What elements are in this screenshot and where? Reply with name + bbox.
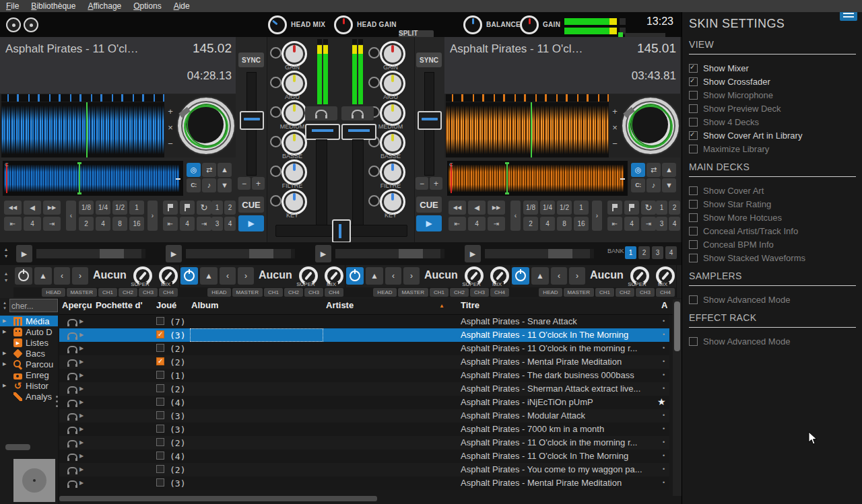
loop-halve-button[interactable]: ‹ [510,201,521,231]
beatloop-size-button[interactable]: 1/2 [112,201,127,215]
play-button[interactable]: ▶ [238,215,264,231]
jump-size-button[interactable]: 4 [468,217,486,231]
jump-back-button[interactable]: ⇤ [449,217,466,231]
skin-option[interactable]: Show Microphone [689,88,856,102]
head-mix-knob[interactable] [268,15,287,34]
channel-assign-button[interactable]: CH3 [470,288,489,297]
sidebar-item[interactable]: ▶ Enreg [0,369,58,380]
table-row[interactable]: ▶ (2) Asphalt Pirates - Mental Pirate Me… [59,355,669,369]
channel-assign-button[interactable]: HEAD [207,288,230,297]
sidebar-item[interactable]: ▶ Auto D [0,326,58,337]
skin-option[interactable]: Show Cover Art [689,184,856,197]
eq-knob[interactable] [281,189,307,215]
eq-knob[interactable] [380,71,405,96]
table-vscrollbar[interactable] [673,299,682,496]
column-title[interactable]: Titre [461,300,479,310]
preview-play-icon[interactable]: ▶ [79,345,84,351]
slip-mode-button[interactable]: C: [187,178,201,192]
preview-headphone-icon[interactable] [67,400,77,406]
album-cell[interactable] [190,476,323,490]
bpm-display[interactable]: 145.01 [637,41,676,56]
prev-effect-button[interactable]: ‹ [385,267,401,285]
album-cell[interactable] [190,328,323,342]
beatjump-back-button[interactable]: ⇤ [607,217,622,231]
channel-assign-button[interactable]: HEAD [42,288,65,297]
album-cell[interactable] [190,449,323,463]
zoom-reset-button[interactable]: × [166,120,175,136]
zoom-in-button[interactable]: + [166,104,175,120]
preview-headphone-icon[interactable] [67,427,77,433]
next-effect-button[interactable]: › [72,267,88,285]
channel-assign-button[interactable]: CH4 [490,288,509,297]
beatloop-size-button[interactable]: 16 [129,217,144,231]
track-title-cell[interactable]: Asphalt Pirates - 11 O'clock in the morn… [461,343,637,353]
album-cell[interactable] [190,315,323,328]
eq-knob[interactable] [380,159,405,185]
sync-button[interactable]: SYNC [416,52,442,67]
sampler-progress-bar[interactable] [335,249,444,258]
table-row[interactable]: ▶ (3) Asphalt Pirates - 7000 km in a mon… [59,423,669,436]
rate-up-button[interactable]: + [430,177,442,190]
eq-knob[interactable] [281,100,307,126]
track-title-cell[interactable]: Asphalt Pirates - 11 O'clock in the morn… [461,437,637,447]
eq-kill-button[interactable] [270,106,281,118]
expander-icon[interactable]: ▶ [3,318,8,324]
option-checkbox[interactable] [689,254,698,262]
channel1-pfl-button[interactable] [305,106,337,120]
eq-knob[interactable] [380,189,405,215]
track-title-cell[interactable]: Asphalt Pirates - Modular Attack [461,410,585,421]
spinny-vinyl-widget[interactable] [176,96,236,155]
hotcue-button[interactable]: 3 [211,217,223,231]
beatjump-back-button[interactable]: ⇤ [163,217,178,231]
jump-forward-button[interactable]: ⇥ [488,217,505,231]
sampler-play-button[interactable]: ▶ [465,245,481,262]
loop-double-button[interactable]: › [147,201,158,231]
channel-assign-button[interactable]: CH1 [430,288,449,297]
effect-power-button[interactable] [512,267,529,285]
channel-assign-button[interactable]: CH3 [139,288,158,297]
eq-knob[interactable] [380,130,405,155]
table-row[interactable]: ▶ (7) Asphalt Pirates - Snare Attack ★ • [59,315,669,328]
menu-item[interactable]: Affichage [81,1,127,11]
zoom-out-button[interactable]: − [166,136,175,152]
played-checkbox[interactable] [156,398,164,406]
cue-button[interactable]: CUE [238,196,264,213]
option-checkbox[interactable] [689,337,698,346]
table-row[interactable]: ▶ (2) Asphalt Pirates - Sherman Attack e… [59,382,669,396]
fx-row-expander[interactable]: ▴ ▾ [1,271,11,285]
channel-assign-button[interactable]: HEAD [539,288,562,297]
zoom-reset-button[interactable]: × [610,120,620,136]
crossfader-handle[interactable] [332,219,351,243]
overview-waveform[interactable]: C [3,161,183,196]
menu-item[interactable]: Options [127,1,167,11]
sampler-progress-bar[interactable] [485,249,594,258]
track-title-cell[interactable]: Asphalt Pirates - Mental Pirate Meditati… [461,478,622,488]
eq-kill-button[interactable] [270,136,281,147]
column-album[interactable]: Album [191,300,218,310]
preview-headphone-icon[interactable] [67,480,77,487]
skin-option[interactable]: Show Mixer [689,61,856,75]
loop-halve-button[interactable]: ‹ [66,201,76,231]
jump-back-button[interactable]: ⇤ [4,217,22,231]
vscrollbar-thumb[interactable] [674,301,680,351]
bank-button[interactable]: 3 [652,246,663,259]
preview-play-icon[interactable]: ▶ [79,399,84,405]
option-checkbox[interactable] [689,91,698,100]
preview-headphone-icon[interactable] [67,386,77,393]
spinny-toggle-button[interactable]: ◎ [631,163,645,177]
jump-forward-button[interactable]: ⇥ [43,217,61,231]
album-cell[interactable] [190,382,323,396]
effect-eject-button[interactable]: ▲ [366,267,383,285]
preview-play-icon[interactable]: ▶ [79,332,84,338]
hotcue-button[interactable]: 1 [656,201,667,215]
skin-option[interactable]: Conceal Artist/Track Info [689,224,856,238]
channel-assign-button[interactable]: MASTER [232,288,263,297]
beatloop-size-button[interactable]: 4 [540,217,555,231]
hotcue-button[interactable]: 4 [224,217,236,231]
skin-option[interactable]: Show Advanced Mode [689,293,856,306]
beatloop-size-button[interactable]: 2 [79,217,94,231]
preview-headphone-icon[interactable] [67,359,77,366]
prev-effect-button[interactable]: ‹ [551,267,567,285]
option-checkbox[interactable] [689,77,698,86]
channel-assign-button[interactable]: CH4 [159,288,178,297]
